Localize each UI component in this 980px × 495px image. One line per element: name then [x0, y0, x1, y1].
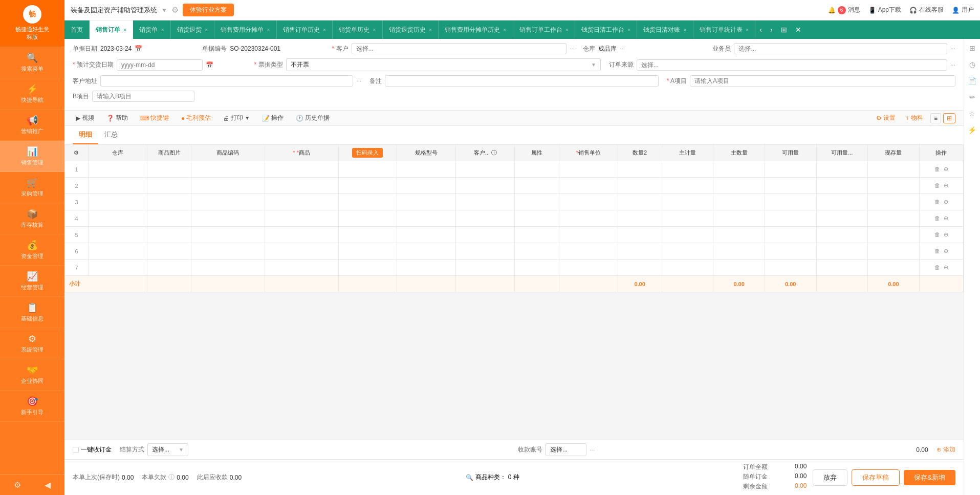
one-click-check[interactable] [73, 447, 79, 453]
cell-ops[interactable]: 🗑 ⊕ [919, 243, 963, 260]
sidebar-item-1[interactable]: ⚡快捷导航 [0, 78, 64, 110]
cell-customer[interactable] [456, 260, 515, 276]
add-material-btn[interactable]: + 物料 [903, 113, 926, 123]
cell-avail2[interactable] [816, 178, 868, 194]
sidebar-item-7[interactable]: 📈经营管理 [0, 266, 64, 297]
tab-close-3[interactable]: × [205, 27, 208, 33]
th-main-unit[interactable]: 主计量 [662, 145, 713, 161]
help-btn[interactable]: ❓ 帮助 [103, 113, 131, 123]
cell-spec[interactable] [397, 260, 456, 276]
cell-avail2[interactable] [816, 210, 868, 227]
tab-item-10[interactable]: 钱货日清工作台× [575, 20, 637, 39]
customer-dots[interactable]: ··· [570, 45, 575, 52]
sidebar-item-6[interactable]: 💰资金管理 [0, 234, 64, 266]
cell-qty2[interactable] [618, 243, 662, 260]
delivery-date-input[interactable] [117, 59, 203, 71]
cell-attr[interactable] [515, 210, 559, 227]
sidebar-item-11[interactable]: 🎯新手引导 [0, 391, 64, 422]
rp-btn-2[interactable]: ◷ [965, 57, 979, 72]
th-spec[interactable]: 规格型号 [397, 145, 456, 161]
tab-item-6[interactable]: 销货单历史× [333, 20, 382, 39]
cell-code[interactable] [191, 243, 265, 260]
account-select[interactable]: 选择... [546, 443, 586, 456]
date-value[interactable]: 2023-03-24 [100, 45, 132, 52]
add-payment-btn[interactable]: ⊕ 添加 [937, 445, 955, 454]
cell-ops[interactable]: 🗑 ⊕ [919, 161, 963, 178]
cell-unit[interactable] [559, 161, 618, 178]
tab-item-2[interactable]: 销货单× [133, 20, 170, 39]
cell-qty2[interactable] [618, 227, 662, 243]
tab-item-3[interactable]: 销货退货× [171, 20, 214, 39]
cell-img[interactable] [147, 210, 191, 227]
cell-unit[interactable] [559, 194, 618, 210]
cell-warehouse[interactable] [88, 161, 147, 178]
cell-avail2[interactable] [816, 161, 868, 178]
copy-icon[interactable]: ⊕ [944, 248, 948, 254]
tab-close-11[interactable]: × [683, 27, 686, 33]
settings-gear-icon[interactable]: ⚙ [171, 5, 179, 15]
cell-scan[interactable] [338, 227, 397, 243]
th-scan[interactable]: 扫码录入 [338, 145, 397, 161]
cell-main-unit[interactable] [662, 210, 713, 227]
tab-close-5[interactable]: × [323, 27, 326, 33]
copy-icon[interactable]: ⊕ [944, 199, 948, 205]
cell-scan[interactable] [338, 210, 397, 227]
cell-stock[interactable] [868, 161, 920, 178]
tab-close-6[interactable]: × [373, 27, 376, 33]
cell-customer[interactable] [456, 161, 515, 178]
settings-btn[interactable]: ⚙ 设置 [873, 113, 899, 123]
tab-close-all-btn[interactable]: ✕ [791, 20, 805, 39]
solution-button[interactable]: 体验行业方案 [183, 4, 234, 16]
cell-warehouse[interactable] [88, 260, 147, 276]
rp-btn-5[interactable]: ☆ [965, 106, 979, 121]
cell-attr[interactable] [515, 194, 559, 210]
cell-img[interactable] [147, 161, 191, 178]
cell-img[interactable] [147, 194, 191, 210]
cell-warehouse[interactable] [88, 178, 147, 194]
cell-customer[interactable] [456, 210, 515, 227]
copy-icon[interactable]: ⊕ [944, 264, 948, 270]
cell-ops[interactable]: 🗑 ⊕ [919, 194, 963, 210]
tab-scroll-left[interactable]: ‹ [755, 20, 766, 39]
cell-code[interactable] [191, 194, 265, 210]
list-view-btn[interactable]: ≡ [930, 113, 941, 123]
cell-stock[interactable] [868, 210, 920, 227]
cell-customer[interactable] [456, 194, 515, 210]
copy-icon[interactable]: ⊕ [944, 182, 948, 188]
tab-item-11[interactable]: 钱货日清对账× [637, 20, 693, 39]
cell-main-qty[interactable] [713, 227, 765, 243]
cell-spec[interactable] [397, 161, 456, 178]
scan-btn[interactable]: 扫码录入 [352, 148, 383, 158]
tab-item-9[interactable]: 销售订单工作台× [513, 20, 575, 39]
rp-btn-1[interactable]: ⊞ [965, 41, 979, 55]
cell-img[interactable] [147, 227, 191, 243]
cell-main-qty[interactable] [713, 178, 765, 194]
cell-avail[interactable] [765, 227, 816, 243]
copy-icon[interactable]: ⊕ [944, 231, 948, 238]
tab-item-1[interactable]: 销售订单× [90, 20, 133, 39]
notification-btn[interactable]: 🔔 6 消息 [828, 6, 860, 14]
salesperson-input[interactable] [734, 43, 947, 54]
cell-main-qty[interactable] [713, 243, 765, 260]
cell-code[interactable] [191, 260, 265, 276]
discard-button[interactable]: 放弃 [813, 469, 847, 486]
cell-stock[interactable] [868, 194, 920, 210]
cell-stock[interactable] [868, 227, 920, 243]
cell-customer[interactable] [456, 227, 515, 243]
cell-qty2[interactable] [618, 210, 662, 227]
grid-view-btn[interactable]: ⊞ [943, 113, 955, 123]
cell-avail[interactable] [765, 210, 816, 227]
cell-ops[interactable]: 🗑 ⊕ [919, 210, 963, 227]
cell-product[interactable] [265, 243, 338, 260]
cell-product[interactable] [265, 227, 338, 243]
cell-spec[interactable] [397, 194, 456, 210]
tab-item-4[interactable]: 销售费用分摊单× [214, 20, 276, 39]
history-btn[interactable]: 🕐 历史单据 [293, 113, 333, 123]
tab-item-8[interactable]: 销售费用分摊单历史× [439, 20, 513, 39]
cell-main-unit[interactable] [662, 161, 713, 178]
order-source-dots[interactable]: ··· [950, 61, 955, 69]
delivery-calendar-icon[interactable]: 📅 [206, 61, 213, 69]
cell-img[interactable] [147, 178, 191, 194]
settings-icon[interactable]: ⚙ [14, 480, 21, 490]
cell-main-unit[interactable] [662, 260, 713, 276]
